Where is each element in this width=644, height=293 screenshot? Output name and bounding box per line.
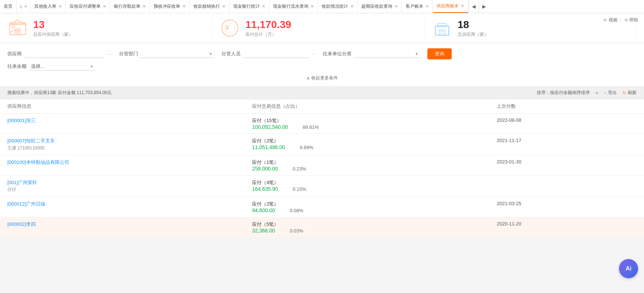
nav-receipt-verify-close[interactable]: ✕ [222,4,225,9]
payable-amount[interactable]: 32,366.00 [252,228,275,234]
supplier-cell: [001]广州荣轩 仔仔 [0,176,245,197]
filter-unit-class: 往来单位分类 [323,50,420,58]
payable-amount-label: 应付合计（万） [245,31,291,38]
nav-receipt-verify[interactable]: 收款核销执行 ✕ [190,0,230,13]
payable-amount[interactable]: 258,000.00 [252,166,278,172]
nav-cash-bank-stat-close[interactable]: ✕ [262,4,265,9]
nav-bar: 首页 3 ✕ 其他收入单 ✕ 应收应付调整单 ✕ 银行存取款单 ✕ 预收冲应收单… [0,0,644,13]
transaction-cell: 应付（4笔） 164,635.90 0.15% [245,176,489,197]
collapse-button[interactable]: ∧ 收起更多条件 [302,73,342,83]
stats-bar: ¥ 13 总应付供应商（家） ¥ 11,170.39 应付合计（万） [0,13,644,43]
nav-customer-book-label: 客户账本 [406,3,423,10]
last-payment-date: 2022-08-08 [497,117,521,123]
stat-card-payable-amount: ¥ 11,170.39 应付合计（万） [212,18,424,38]
nav-receipt-stat[interactable]: 收款情况统计 ✕ [318,0,358,13]
supplier-link[interactable]: [000001]张三 [7,118,36,123]
nav-other-income-close[interactable]: ✕ [59,4,62,9]
nav-ar-ap-adjust-close[interactable]: ✕ [103,4,106,9]
payable-amount[interactable]: 164,635.90 [252,186,278,192]
filter-supplier: 供应商 ··· [7,50,112,58]
supplier-link[interactable]: [000007]恒旺二手叉车 [7,138,55,144]
filter-person-input[interactable] [243,50,309,58]
nav-receipt-stat-label: 收款情况统计 [322,3,348,10]
query-button[interactable]: 查询 [427,48,452,59]
stat-card-payable-suppliers: ¥ 13 总应付供应商（家） [7,18,212,38]
table-row: [000012]广州贝瑞 应付（2笔） 94,600.00 0.08% 2021… [0,197,644,217]
result-bar: 搜索结果中，供应商13家 应付金额 111,703,854.00元 排序：按应付… [0,87,644,99]
nav-right-arrow[interactable]: ▶ [479,0,489,13]
export-button[interactable]: ○ 导出 [604,90,617,96]
nav-customer-book-close[interactable]: ✕ [426,4,429,9]
table-row: [000001]张三 应付（15笔） 100,092,540.00 89.61%… [0,114,644,134]
nav-tab3-close[interactable]: ✕ [24,4,27,9]
payable-amount-number: 11,170.39 [245,18,291,31]
last-payment-date: 2021-11-17 [497,138,521,143]
filter-person: 分管人员 ··· [221,50,316,58]
payable-count: 应付（1笔） [252,159,482,166]
nav-cash-bank-flow-close[interactable]: ✕ [311,4,314,9]
supplier-link[interactable]: [000012]广州贝瑞 [7,201,45,207]
nav-supplier-book-close[interactable]: ✕ [461,4,464,8]
table-row: [000100]本特勒油品有限公司 应付（1笔） 258,000.00 0.23… [0,155,644,176]
nav-receipt-stat-close[interactable]: ✕ [350,4,354,9]
nav-ar-ap-adjust[interactable]: 应收应付调整单 ✕ [66,0,110,13]
nav-home-label: 首页 [4,3,13,10]
filter-supplier-input[interactable] [24,50,105,58]
nav-supplier-book[interactable]: 供应商账本 ✕ [433,0,468,13]
stat-info-payable-suppliers: 13 总应付供应商（家） [33,18,73,38]
nav-receipt-verify-label: 收款核销执行 [193,3,220,10]
table-scroll[interactable]: 供应商信息 应付交易信息（占比） 上次付数 [000001]张三 应付（15笔）… [0,99,644,238]
supplier-dots-icon[interactable]: ··· [107,51,112,57]
nav-overdue-ar[interactable]: 超期应收款查询 ✕ [358,0,402,13]
nav-cash-bank-flow[interactable]: 现金银行流水查询 ✕ [269,0,318,13]
svg-text:¥: ¥ [18,28,21,32]
payable-amount[interactable]: 100,092,540.00 [252,124,288,130]
last-payment-date: 2023-01-30 [497,159,521,165]
svg-point-3 [12,25,15,28]
nav-prepay-ar[interactable]: 预收冲应收单 ✕ [150,0,190,13]
payable-amount[interactable]: 94,600.00 [252,207,275,213]
payable-count: 应付（2笔） [252,201,482,207]
person-dots-icon[interactable]: ··· [311,51,316,57]
nav-home[interactable]: 首页 [0,0,17,13]
filter-balance-wrapper: 选择... [29,62,95,70]
svg-rect-17 [441,32,444,35]
sort-label: 排序：按应付余额倒序排序 [537,90,590,96]
payable-amount[interactable]: 11,051,486.00 [252,144,285,150]
payable-percentage: 9.89% [300,145,314,150]
transaction-cell: 应付（15笔） 100,092,540.00 89.61% [245,114,489,134]
supplier-sub: 王通 17106110000 [7,145,237,151]
supplier-cell: [000002]李四 [0,217,245,238]
nav-customer-book[interactable]: 客户账本 ✕ [402,0,433,13]
refresh-button[interactable]: ↻ 刷新 [623,90,637,96]
nav-tab3-label: 3 [20,4,22,9]
filter-dept-label: 分管部门 [119,51,138,57]
nav-cash-bank-stat[interactable]: 现金银行统计 ✕ [230,0,269,13]
table-row: [000002]李四 应付（5笔） 32,366.00 0.03% 2020-1… [0,217,644,238]
supplier-icon-2: ¥ [220,18,240,38]
supplier-link[interactable]: [000100]本特勒油品有限公司 [7,159,69,165]
nav-other-income-label: 其他收入单 [34,3,56,10]
supplier-link[interactable]: [001]广州荣轩 [7,180,37,185]
nav-bank-deposit[interactable]: 银行存取款单 ✕ [110,0,150,13]
filter-dept-select[interactable] [140,50,214,58]
nav-bank-deposit-close[interactable]: ✕ [143,4,146,9]
filter-balance-select[interactable]: 选择... [29,62,95,70]
nav-prepay-ar-close[interactable]: ✕ [182,4,186,9]
collapse-label: 收起更多条件 [311,75,338,81]
filter-person-label: 分管人员 [221,51,241,57]
table-container: 供应商信息 应付交易信息（占比） 上次付数 [000001]张三 应付（15笔）… [0,99,644,238]
supplier-link[interactable]: [000002]李四 [7,221,36,227]
nav-overdue-ar-close[interactable]: ✕ [395,4,398,9]
nav-left-arrow[interactable]: ◀ [468,0,479,13]
chevron-up-icon: ∧ [307,76,310,81]
payable-percentage: 0.08% [290,208,304,213]
help-link[interactable]: ⊙ 帮助 [624,17,638,23]
nav-other-income[interactable]: 其他收入单 ✕ [31,0,66,13]
filter-unit-class-select[interactable] [354,50,420,58]
nav-prepay-ar-label: 预收冲应收单 [154,3,180,10]
svg-point-5 [222,20,238,36]
nav-tab3[interactable]: 3 ✕ [17,0,31,13]
video-link[interactable]: ⊙ 视频 [603,17,617,23]
svg-rect-10 [435,26,436,35]
